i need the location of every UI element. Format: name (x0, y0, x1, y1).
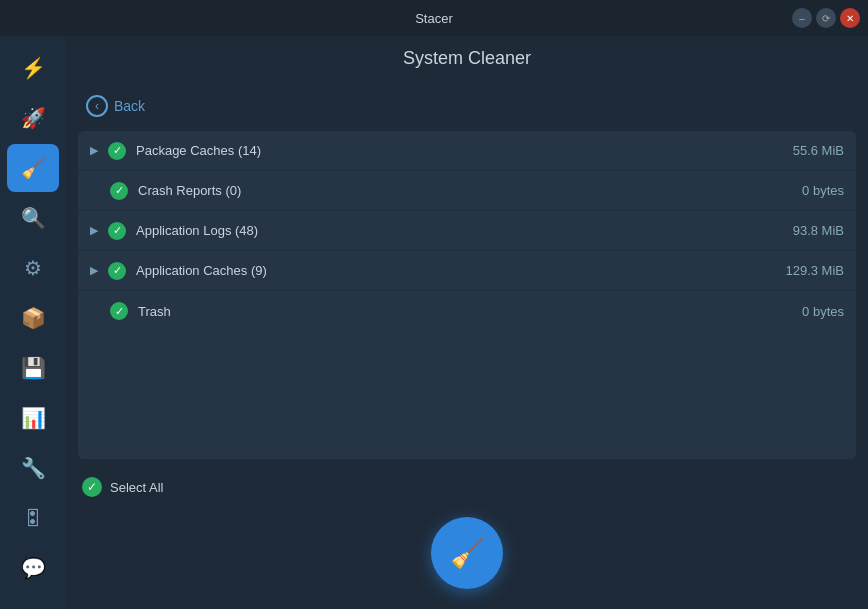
check-icon: ✓ (108, 262, 126, 280)
check-icon: ✓ (108, 142, 126, 160)
row-size: 93.8 MiB (793, 223, 844, 238)
restore-button[interactable]: ⟳ (816, 8, 836, 28)
broom-icon: 🧹 (21, 156, 46, 180)
gear-icon: ⚙ (24, 256, 42, 280)
clean-btn-wrapper: 🧹 (66, 507, 868, 609)
sidebar-item-apt[interactable]: 🎛 (7, 494, 59, 542)
sidebar-item-resources[interactable]: 📊 (7, 394, 59, 442)
apt-icon: 🎛 (23, 507, 43, 530)
select-all-check-icon: ✓ (82, 477, 102, 497)
rocket-icon: 🚀 (21, 106, 46, 130)
page-title: System Cleaner (66, 36, 868, 81)
footer-area: ✓ Select All (66, 467, 868, 507)
expand-icon: ▶ (90, 264, 102, 277)
dashboard-icon: ⚡ (21, 56, 46, 80)
sidebar-item-backup[interactable]: 💾 (7, 344, 59, 392)
row-label: Crash Reports (0) (138, 183, 802, 198)
table-row[interactable]: ✓ Crash Reports (0) 0 bytes (78, 171, 856, 211)
sidebar-item-tools[interactable]: 🔧 (7, 444, 59, 492)
table-row[interactable]: ▶ ✓ Application Caches (9) 129.3 MiB (78, 251, 856, 291)
row-size: 55.6 MiB (793, 143, 844, 158)
row-label: Application Logs (48) (136, 223, 793, 238)
clean-button[interactable]: 🧹 (431, 517, 503, 589)
sidebar-item-packages[interactable]: 📦 (7, 294, 59, 342)
sidebar-item-dashboard[interactable]: ⚡ (7, 44, 59, 92)
check-icon: ✓ (110, 182, 128, 200)
sidebar-item-startup[interactable]: 🚀 (7, 94, 59, 142)
row-label: Application Caches (9) (136, 263, 785, 278)
minimize-button[interactable]: – (792, 8, 812, 28)
sidebar: ⚡ 🚀 🧹 🔍 ⚙ 📦 💾 📊 🔧 🎛 💬 (0, 36, 66, 609)
table-row[interactable]: ▶ ✓ Application Logs (48) 93.8 MiB (78, 211, 856, 251)
select-all-label: Select All (110, 480, 163, 495)
sidebar-item-services[interactable]: ⚙ (7, 244, 59, 292)
wrench-icon: 🔧 (21, 456, 46, 480)
app-title: Stacer (415, 11, 453, 26)
search-icon: 🔍 (21, 206, 46, 230)
table-row[interactable]: ▶ ✓ Package Caches (14) 55.6 MiB (78, 131, 856, 171)
terminal-icon: 💬 (21, 556, 46, 580)
close-button[interactable]: ✕ (840, 8, 860, 28)
sidebar-item-terminal[interactable]: 💬 (7, 544, 59, 592)
row-size: 0 bytes (802, 304, 844, 319)
disk-icon: 💾 (21, 356, 46, 380)
back-button[interactable]: ‹ Back (78, 89, 153, 123)
content-scroll: ‹ Back ▶ ✓ Package Caches (14) 55.6 MiB … (66, 81, 868, 467)
table-row[interactable]: ✓ Trash 0 bytes (78, 291, 856, 331)
back-label: Back (114, 98, 145, 114)
check-icon: ✓ (110, 302, 128, 320)
select-all-toggle[interactable]: ✓ Select All (82, 477, 163, 497)
sidebar-item-search[interactable]: 🔍 (7, 194, 59, 242)
back-arrow-icon: ‹ (86, 95, 108, 117)
title-bar: Stacer – ⟳ ✕ (0, 0, 868, 36)
expand-icon: ▶ (90, 224, 102, 237)
expand-icon: ▶ (90, 144, 102, 157)
row-label: Package Caches (14) (136, 143, 793, 158)
package-icon: 📦 (21, 306, 46, 330)
cleaner-table: ▶ ✓ Package Caches (14) 55.6 MiB ✓ Crash… (78, 131, 856, 459)
content-area: System Cleaner ‹ Back ▶ ✓ Package Caches… (66, 36, 868, 609)
window-controls: – ⟳ ✕ (792, 8, 860, 28)
row-label: Trash (138, 304, 802, 319)
row-size: 129.3 MiB (785, 263, 844, 278)
clean-broom-icon: 🧹 (450, 537, 485, 570)
check-icon: ✓ (108, 222, 126, 240)
sidebar-item-cleaner[interactable]: 🧹 (7, 144, 59, 192)
bottom-section: ✓ Select All 🧹 (66, 467, 868, 609)
row-size: 0 bytes (802, 183, 844, 198)
main-layout: ⚡ 🚀 🧹 🔍 ⚙ 📦 💾 📊 🔧 🎛 💬 (0, 36, 868, 609)
chart-icon: 📊 (21, 406, 46, 430)
